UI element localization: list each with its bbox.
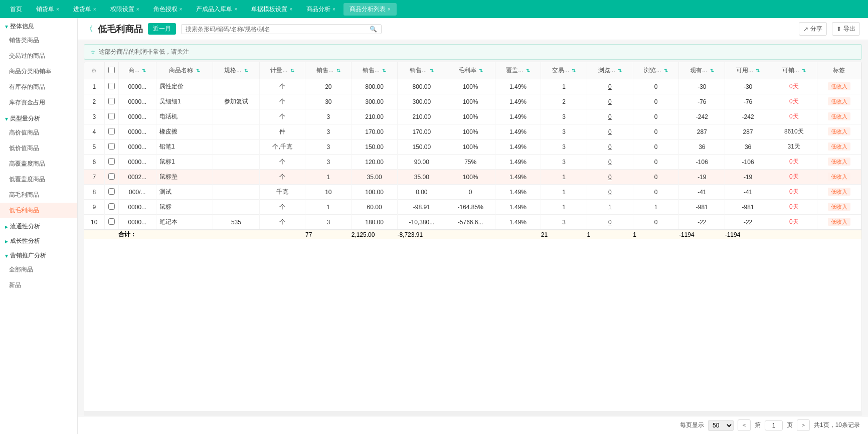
row-select-checkbox[interactable] [108,173,115,180]
close-icon[interactable]: × [289,7,292,12]
nav-purchase[interactable]: 进货单 × [67,3,102,16]
row-avail: -106 [725,155,771,170]
row-select-checkbox[interactable] [108,128,115,134]
nav-product-analysis[interactable]: 商品分析 × [300,3,341,16]
horizontal-scrollbar[interactable] [84,412,862,416]
table-header-spec[interactable]: 规格... ⇅ [213,62,260,79]
sidebar-item-stock-capital[interactable]: 库存资金占用 [0,95,77,110]
prev-page-btn[interactable]: ＜ [738,419,751,431]
select-all-checkbox[interactable] [108,67,115,73]
nav-template-settings[interactable]: 单据模板设置 × [245,3,298,16]
row-browse1[interactable]: 1 [587,200,633,215]
nav-home[interactable]: 首页 [4,3,28,16]
row-checkbox[interactable] [104,139,118,155]
row-select-checkbox[interactable] [108,83,115,89]
sidebar-item-sales-products[interactable]: 销售类商品 [0,33,77,48]
table-header-sales-qty[interactable]: 销售... ⇅ [305,62,352,79]
nav-sales-order[interactable]: 销货单 × [30,3,65,16]
close-icon[interactable]: × [388,7,391,12]
sidebar-item-low-margin[interactable]: 低毛利商品 [0,203,77,218]
sidebar-group-type[interactable]: ▾ 类型量分析 [0,110,77,125]
table-header-coverage[interactable]: 覆盖... ⇅ [495,62,541,79]
row-checkbox[interactable] [104,215,118,230]
row-checkbox[interactable] [104,109,118,124]
close-icon[interactable]: × [136,7,139,12]
search-icon[interactable]: 🔍 [370,26,377,33]
close-icon[interactable]: × [180,7,183,12]
row-checkbox[interactable] [104,200,118,215]
table-row: 2 0000... 吴细细1 参加复试 个 30 300.00 300.00 1… [84,94,861,109]
table-header-sellable[interactable]: 可销... ⇅ [771,62,817,79]
row-browse1[interactable]: 0 [587,139,633,155]
table-header-sales-profit[interactable]: 销售... ⇅ [397,62,446,79]
nav-products-in[interactable]: 产成品入库单 × [190,3,243,16]
row-browse1[interactable]: 0 [587,79,633,94]
nav-roles[interactable]: 角色授权 × [147,3,189,16]
row-checkbox[interactable] [104,155,118,170]
row-select-checkbox[interactable] [108,113,115,119]
sidebar-item-category-rate[interactable]: 商品分类助销率 [0,64,77,79]
sidebar-item-high-coverage[interactable]: 高覆盖度商品 [0,156,77,172]
export-button[interactable]: ⬆ 导出 [832,22,860,36]
table-header-unit[interactable]: 计量... ⇅ [259,62,305,79]
table-header-current[interactable]: 现有... ⇅ [679,62,725,79]
row-select-checkbox[interactable] [108,218,115,225]
footer-empty3 [495,230,541,239]
close-icon[interactable]: × [234,7,237,12]
close-icon[interactable]: × [93,7,96,12]
table-header-browse2[interactable]: 浏览... ⇅ [633,62,679,79]
page-size-select[interactable]: 50 100 200 [708,420,734,431]
sidebar-item-traded-products[interactable]: 交易过的商品 [0,48,77,64]
row-browse1[interactable]: 0 [587,215,633,230]
row-select-checkbox[interactable] [108,143,115,150]
sidebar-item-new-products[interactable]: 新品 [0,277,77,293]
footer-label [84,230,118,239]
row-select-checkbox[interactable] [108,98,115,104]
row-checkbox[interactable] [104,185,118,200]
close-icon[interactable]: × [56,7,59,12]
table-header-tag[interactable]: 标签 [817,62,861,79]
next-page-btn[interactable]: ＞ [797,419,810,431]
search-input[interactable] [186,26,370,33]
row-checkbox[interactable] [104,79,118,94]
sidebar-item-low-value[interactable]: 低价值商品 [0,140,77,156]
table-settings-icon[interactable]: ⚙ [84,62,104,79]
nav-product-analysis-list[interactable]: 商品分析列表 × [343,3,397,16]
row-select-checkbox[interactable] [108,188,115,195]
table-header-avail[interactable]: 可用... ⇅ [725,62,771,79]
close-icon[interactable]: × [332,7,335,12]
row-browse1[interactable]: 0 [587,170,633,185]
sidebar-group-overall[interactable]: ▾ 整体信息 [0,18,77,33]
row-coverage: 1.49% [495,139,541,155]
row-select-checkbox[interactable] [108,158,115,165]
sidebar-group-marketing[interactable]: ▾ 营销推广分析 [0,247,77,262]
table-header-sales-price[interactable]: 销售... ⇅ [352,62,398,79]
row-browse1[interactable]: 0 [587,185,633,200]
row-checkbox[interactable] [104,170,118,185]
table-header-name[interactable]: 商品名称 ⇅ [156,62,213,79]
filter-recent-month-btn[interactable]: 近一月 [148,23,176,35]
nav-permissions[interactable]: 权限设置 × [104,3,145,16]
sidebar-item-all-products[interactable]: 全部商品 [0,262,77,277]
table-header-trans[interactable]: 交易... ⇅ [541,62,587,79]
sidebar-item-low-coverage[interactable]: 低覆盖度商品 [0,172,77,187]
sidebar-item-high-margin[interactable]: 高毛利商品 [0,187,77,203]
sidebar-group-growth[interactable]: ▸ 成长性分析 [0,233,77,247]
table-header-browse1[interactable]: 浏览... ⇅ [587,62,633,79]
row-checkbox[interactable] [104,94,118,109]
share-button[interactable]: ↗ 分享 [799,22,827,36]
sidebar-item-stock-products[interactable]: 有库存的商品 [0,79,77,95]
row-browse1[interactable]: 0 [587,94,633,109]
collapse-icon[interactable]: 《 [86,25,93,34]
row-checkbox[interactable] [104,124,118,139]
table-header-gross-rate[interactable]: 毛利率 ⇅ [446,62,495,79]
sidebar-group-circulation[interactable]: ▸ 流通性分析 [0,218,77,233]
row-browse1[interactable]: 0 [587,155,633,170]
table-header-code[interactable]: 商... ⇅ [118,62,156,79]
page-number-input[interactable] [765,420,783,430]
table-check-all[interactable] [104,62,118,79]
row-browse1[interactable]: 0 [587,109,633,124]
row-select-checkbox[interactable] [108,203,115,210]
sidebar-item-high-value[interactable]: 高价值商品 [0,125,77,140]
row-browse1[interactable]: 0 [587,124,633,139]
